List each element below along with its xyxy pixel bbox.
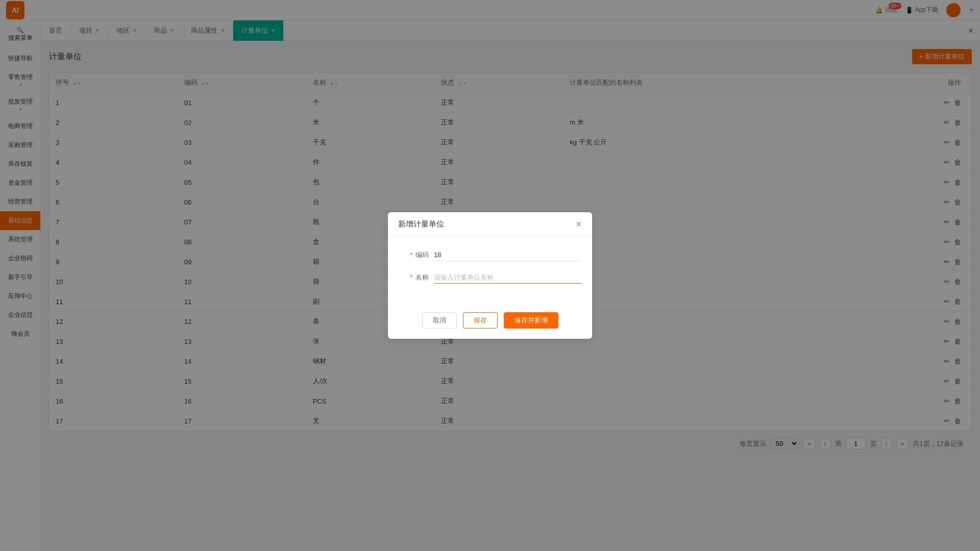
code-label: * 编码 [398, 251, 429, 260]
name-label: * 名称 [398, 273, 429, 282]
modal-overlay[interactable]: 新增计量单位 ✕ * 编码 * 名称 取消 保存 保存并新增 [0, 0, 980, 551]
modal-close-button[interactable]: ✕ [575, 219, 582, 229]
name-input[interactable] [434, 271, 582, 284]
save-button[interactable]: 保存 [463, 312, 498, 329]
modal-footer: 取消 保存 保存并新增 [388, 306, 592, 339]
add-unit-modal: 新增计量单位 ✕ * 编码 * 名称 取消 保存 保存并新增 [388, 212, 592, 339]
form-row-name: * 名称 [398, 271, 582, 284]
modal-body: * 编码 * 名称 [388, 237, 592, 306]
form-row-code: * 编码 [398, 249, 582, 261]
save-and-new-button[interactable]: 保存并新增 [504, 312, 558, 329]
code-input[interactable] [434, 249, 582, 261]
modal-header: 新增计量单位 ✕ [388, 212, 592, 237]
modal-title: 新增计量单位 [398, 219, 444, 229]
cancel-button[interactable]: 取消 [422, 312, 457, 329]
